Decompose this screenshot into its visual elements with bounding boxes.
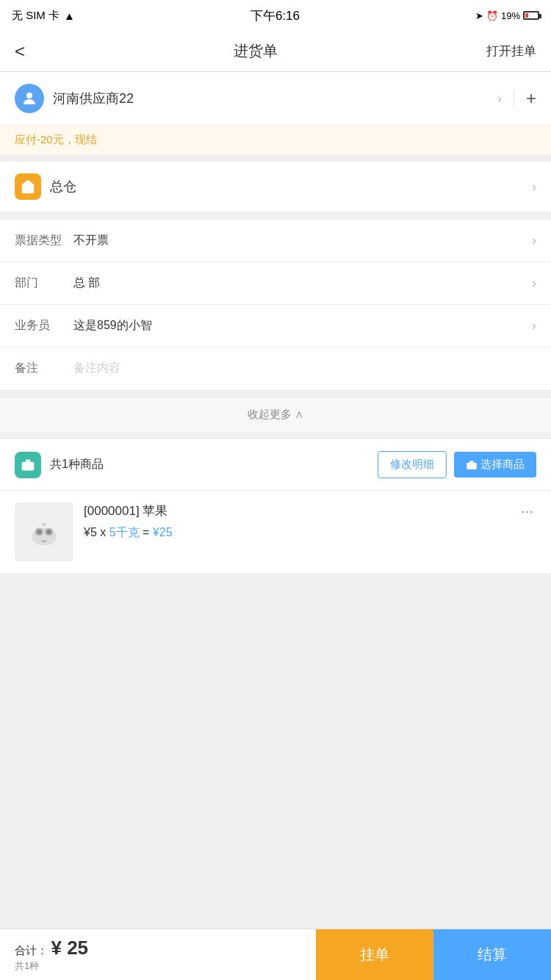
invoice-type-row[interactable]: 票据类型 不开票 › [0,219,551,262]
warehouse-name: 总仓 [50,178,532,195]
total-amount: ¥ 25 [51,937,88,959]
department-value: 总 部 [73,275,532,291]
department-chevron-icon: › [532,275,536,291]
collapse-label: 收起更多 ∧ [248,408,303,420]
product-name: [0000001] 苹果 [84,502,518,519]
status-time: 下午6:16 [251,7,300,24]
salesperson-row[interactable]: 业务员 这是859的小智 › [0,304,551,347]
salesperson-value: 这是859的小智 [73,318,532,334]
warehouse-section: 总仓 › [0,162,551,212]
nav-bar: < 进货单 打开挂单 [0,31,551,72]
alarm-icon: ⏰ [486,10,498,21]
product-code: [0000001] [84,504,143,518]
product-title: 苹果 [143,504,168,518]
location-icon: ➤ [475,10,483,21]
remarks-row[interactable]: 备注 备注内容 [0,347,551,389]
total-count: 共1种 [15,959,301,973]
product-count: 共1种商品 [50,457,378,472]
supplier-section: 河南供应商22 › + 应付-20元，现结 [0,72,551,154]
status-bar: 无 SIM 卡 ▲ 下午6:16 ➤ ⏰ 19% [0,0,551,31]
carrier-label: 无 SIM 卡 [12,9,60,23]
quantity: 5千克 [109,526,140,538]
product-header: 共1种商品 修改明细 选择商品 [0,439,551,490]
svg-rect-1 [22,461,35,470]
supplier-name: 河南供应商22 [53,90,497,107]
supplier-row[interactable]: 河南供应商22 › + [0,72,551,126]
product-info: [0000001] 苹果 ¥5 x 5千克 = ¥25 [84,502,518,541]
product-thumbnail [15,502,73,561]
product-item: [0000001] 苹果 ¥5 x 5千克 = ¥25 ··· [0,490,551,573]
equals-sign: = [143,526,153,538]
invoice-type-value: 不开票 [73,233,532,248]
open-pending-button[interactable]: 打开挂单 [486,43,536,60]
page-title: 进货单 [234,41,278,61]
product-more-button[interactable]: ··· [518,502,536,519]
invoice-type-label: 票据类型 [15,233,73,248]
salesperson-label: 业务员 [15,318,73,334]
warehouse-row[interactable]: 总仓 › [0,162,551,212]
warehouse-icon [15,173,41,200]
bottom-bar: 合计： ¥ 25 共1种 挂单 结算 [0,929,551,980]
supplier-avatar [15,84,44,113]
supplier-chevron-icon: › [497,91,502,107]
department-row[interactable]: 部门 总 部 › [0,262,551,304]
salesperson-chevron-icon: › [532,318,536,334]
checkout-button[interactable]: 结算 [433,929,551,981]
edit-detail-button[interactable]: 修改明细 [378,451,447,478]
product-price-row: ¥5 x 5千克 = ¥25 [84,525,518,541]
wifi-signal-icon: ▲ [64,10,75,22]
add-supplier-button[interactable]: + [526,88,536,109]
svg-point-9 [46,530,51,535]
invoice-type-chevron-icon: › [532,233,536,248]
department-label: 部门 [15,275,73,291]
total-row: 合计： ¥ 25 [15,937,301,959]
svg-rect-2 [467,462,476,469]
back-button[interactable]: < [15,41,25,62]
select-product-button[interactable]: 选择商品 [454,452,536,478]
svg-point-0 [26,93,32,98]
total-section: 合计： ¥ 25 共1种 [0,937,316,973]
form-section: 票据类型 不开票 › 部门 总 部 › 业务员 这是859的小智 › 备注 备注… [0,219,551,389]
hang-order-button[interactable]: 挂单 [316,929,433,981]
svg-marker-10 [42,523,47,527]
collapse-button[interactable]: 收起更多 ∧ [0,397,551,432]
product-icon [15,452,41,478]
battery-percent: 19% [501,10,520,21]
remarks-label: 备注 [15,361,73,376]
supplier-notice: 应付-20元，现结 [0,126,551,154]
select-product-label: 选择商品 [480,458,525,472]
svg-point-8 [37,530,42,535]
unit-price: ¥5 x [84,526,109,538]
vertical-divider [514,90,514,107]
warehouse-chevron-icon: › [532,179,536,195]
line-total: ¥25 [153,526,173,538]
product-section: 共1种商品 修改明细 选择商品 [0,439,551,573]
remarks-input[interactable]: 备注内容 [73,361,536,376]
status-right-group: ➤ ⏰ 19% [475,10,539,21]
total-label: 合计： [15,944,48,956]
battery-icon [523,11,539,20]
status-carrier: 无 SIM 卡 ▲ [12,9,75,23]
